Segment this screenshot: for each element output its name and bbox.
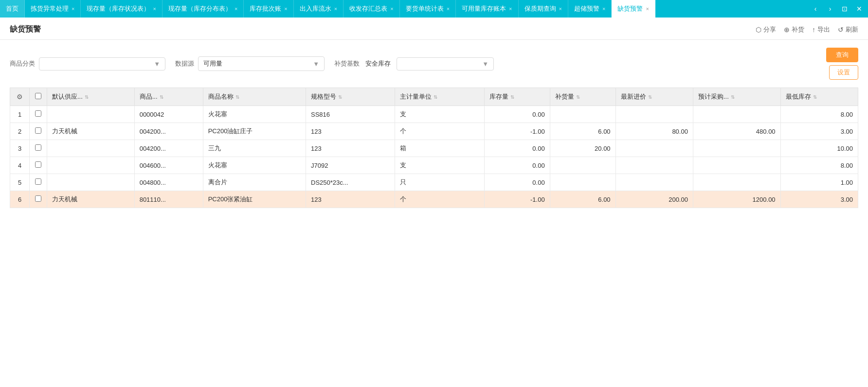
- tab-inout-flow[interactable]: 出入库流水 ×: [294, 0, 344, 18]
- table-body: 1 0000042 火花塞 SS816 支 0.00 8.00 2 力天机械 0…: [10, 106, 858, 208]
- datasource-select[interactable]: 可用量 ▼: [198, 56, 325, 71]
- row-checkbox-3[interactable]: [30, 140, 47, 157]
- close-tab-shortage[interactable]: ×: [646, 6, 649, 12]
- row-select-5[interactable]: [35, 178, 41, 185]
- datasource-chevron-icon: ▼: [313, 60, 319, 68]
- row-checkbox-2[interactable]: [30, 123, 47, 140]
- nav-restore-button[interactable]: ⊡: [838, 2, 851, 16]
- col-product-code[interactable]: 商品... ⇅: [134, 88, 203, 106]
- row-replenish-qty-1: [550, 106, 615, 123]
- settings-button[interactable]: 设置: [829, 65, 858, 80]
- row-select-2[interactable]: [35, 127, 41, 134]
- col-default-supplier[interactable]: 默认供应... ⇅: [47, 88, 135, 106]
- close-tab-batch-account[interactable]: ×: [284, 6, 287, 12]
- col-checkbox[interactable]: [30, 88, 47, 106]
- row-checkbox-1[interactable]: [30, 106, 47, 123]
- col-replenish-qty[interactable]: 补货量 ⇅: [550, 88, 615, 106]
- row-replenish-qty-2: 6.00: [550, 123, 615, 140]
- row-min-stock-2: 3.00: [780, 123, 858, 140]
- refresh-action[interactable]: ↺ 刷新: [838, 25, 858, 34]
- row-checkbox-5[interactable]: [30, 174, 47, 191]
- table-header-row: ⚙ 默认供应... ⇅ 商品... ⇅: [10, 88, 858, 106]
- replenish-action[interactable]: ⊕ 补货: [784, 25, 804, 34]
- row-min-stock-3: 10.00: [780, 140, 858, 157]
- tab-order-stats[interactable]: 要货单统计表 ×: [400, 0, 456, 18]
- replenish-base-value: 安全库存: [365, 59, 391, 68]
- row-select-6[interactable]: [35, 195, 41, 202]
- row-latest-price-6: 200.00: [615, 191, 693, 208]
- export-action[interactable]: ↑ 导出: [812, 25, 830, 34]
- close-tab-abnormal[interactable]: ×: [72, 6, 74, 12]
- col-estimated-purchase[interactable]: 预计采购... ⇅: [693, 88, 780, 106]
- row-num-6: 6: [10, 191, 30, 208]
- close-tab-order-stats[interactable]: ×: [447, 6, 450, 12]
- nav-close-button[interactable]: ✕: [852, 2, 866, 16]
- category-filter-label: 商品分类: [10, 59, 35, 68]
- col-product-name[interactable]: 商品名称 ⇅: [203, 88, 306, 106]
- col-gear[interactable]: ⚙: [10, 88, 30, 106]
- sort-name-icon: ⇅: [235, 94, 239, 100]
- select-all-checkbox[interactable]: [35, 93, 41, 99]
- nav-next-button[interactable]: ›: [823, 2, 837, 16]
- row-supplier-5: [47, 174, 135, 191]
- row-estimated-3: [693, 140, 780, 157]
- close-tab-inout-flow[interactable]: ×: [334, 6, 337, 12]
- export-label: 导出: [817, 25, 830, 34]
- col-unit[interactable]: 主计量单位 ⇅: [395, 88, 484, 106]
- tab-overstock[interactable]: 超储预警 ×: [568, 0, 612, 18]
- datasource-filter-group: 数据源 可用量 ▼: [175, 56, 325, 71]
- query-button[interactable]: 查询: [826, 48, 858, 62]
- close-tab-inventory-dist[interactable]: ×: [235, 6, 237, 12]
- filter-buttons: 查询 设置: [826, 48, 858, 80]
- share-icon: ⬡: [756, 26, 761, 34]
- row-estimated-5: [693, 174, 780, 191]
- row-spec-5: DS250*23c...: [306, 174, 395, 191]
- share-action[interactable]: ⬡ 分享: [756, 25, 776, 34]
- tab-expiry[interactable]: 保质期查询 ×: [519, 0, 568, 18]
- col-spec[interactable]: 规格型号 ⇅: [306, 88, 395, 106]
- tab-inventory-dist[interactable]: 现存量（库存分布表） ×: [163, 0, 244, 18]
- row-latest-price-2: 80.00: [615, 123, 693, 140]
- close-tab-receive-summary[interactable]: ×: [390, 6, 393, 12]
- col-min-stock[interactable]: 最低库存 ⇅: [780, 88, 858, 106]
- row-supplier-1: [47, 106, 135, 123]
- tab-available-ledger[interactable]: 可用量库存账本 ×: [456, 0, 518, 18]
- row-latest-price-4: [615, 157, 693, 174]
- table-row: 1 0000042 火花塞 SS816 支 0.00 8.00: [10, 106, 858, 123]
- tab-batch-account[interactable]: 库存批次账 ×: [244, 0, 293, 18]
- col-latest-price[interactable]: 最新进价 ⇅: [615, 88, 693, 106]
- row-code-1: 0000042: [134, 106, 203, 123]
- row-product-name-5: 离合片: [203, 174, 306, 191]
- row-select-4[interactable]: [35, 161, 41, 168]
- replenish-label: 补货: [792, 25, 804, 34]
- tab-home[interactable]: 首页: [0, 0, 25, 18]
- row-select-3[interactable]: [35, 144, 41, 151]
- replenish-base-filter-group: 补货基数 安全库存 ▼: [334, 57, 494, 70]
- row-checkbox-4[interactable]: [30, 157, 47, 174]
- col-stock[interactable]: 库存量 ⇅: [484, 88, 550, 106]
- row-supplier-4: [47, 157, 135, 174]
- close-tab-available-ledger[interactable]: ×: [509, 6, 512, 12]
- sort-stock-icon: ⇅: [510, 94, 514, 100]
- replenish-base-select[interactable]: ▼: [397, 57, 494, 70]
- table-settings-icon[interactable]: ⚙: [17, 93, 23, 101]
- tab-inventory-status[interactable]: 现存量（库存状况表） ×: [81, 0, 162, 18]
- row-replenish-qty-3: 20.00: [550, 140, 615, 157]
- row-product-name-2: PC200油缸庄子: [203, 123, 306, 140]
- row-product-name-4: 火花塞: [203, 157, 306, 174]
- row-checkbox-6[interactable]: [30, 191, 47, 208]
- sort-estimated-icon: ⇅: [731, 94, 735, 100]
- close-tab-expiry[interactable]: ×: [559, 6, 562, 12]
- tab-receive-summary[interactable]: 收发存汇总表 ×: [344, 0, 399, 18]
- row-stock-6: -1.00: [484, 191, 550, 208]
- row-spec-6: 123: [306, 191, 395, 208]
- close-tab-overstock[interactable]: ×: [602, 6, 605, 12]
- row-select-1[interactable]: [35, 110, 41, 117]
- row-supplier-2: 力天机械: [47, 123, 135, 140]
- tab-shortage[interactable]: 缺货预警 ×: [612, 0, 655, 18]
- category-select[interactable]: ▼: [39, 57, 165, 70]
- row-replenish-qty-4: [550, 157, 615, 174]
- nav-prev-button[interactable]: ‹: [809, 2, 822, 16]
- close-tab-inventory-status[interactable]: ×: [153, 6, 156, 12]
- tab-abnormal[interactable]: 拣货异常处理 ×: [25, 0, 81, 18]
